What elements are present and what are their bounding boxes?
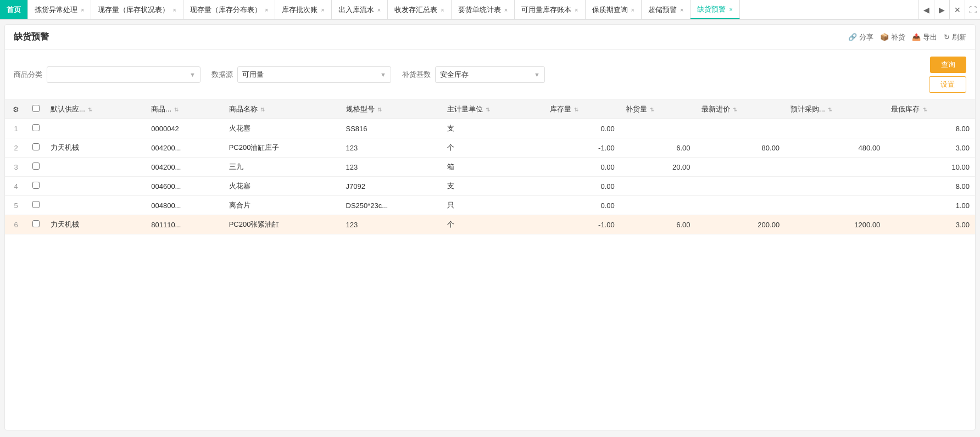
tab-9[interactable]: 保质期查询 × [586,0,642,19]
row-select-1[interactable] [32,143,40,150]
col-supplier[interactable]: 默认供应... ⇅ [45,100,146,119]
row-stock-1: -1.00 [544,138,620,158]
close-tab-1[interactable]: × [81,7,84,13]
row-replenish-1: 6.00 [620,138,696,158]
row-stock-5: -1.00 [544,215,620,234]
col-min-stock[interactable]: 最低库存 ⇅ [886,100,975,119]
datasource-select[interactable]: 可用量 ▼ [237,66,391,83]
close-tab-2[interactable]: × [172,7,176,13]
row-spec-0: SS816 [341,119,442,138]
row-latest-price-0 [696,119,786,138]
table-wrapper: ⚙ 默认供应... ⇅ 商品... ⇅ 商品名称 ⇅ [5,100,975,234]
tab-2[interactable]: 现存量（库存状况表） × [91,0,183,19]
row-replenish-3 [620,177,696,196]
export-button[interactable]: 📤 导出 [912,32,937,42]
col-stock[interactable]: 库存量 ⇅ [544,100,620,119]
row-code-2: 004200... [146,158,223,177]
close-tab-4[interactable]: × [321,7,324,13]
col-unit[interactable]: 主计量单位 ⇅ [442,100,544,119]
col-est-purchase[interactable]: 预计采购... ⇅ [785,100,886,119]
tab-1[interactable]: 拣货异常处理 × [28,0,91,19]
row-settings-4: 5 [5,196,27,215]
row-checkbox-1[interactable] [27,138,45,158]
col-latest-price[interactable]: 最新进价 ⇅ [696,100,786,119]
row-select-5[interactable] [32,220,40,227]
tab-active[interactable]: 缺货预警 × [691,0,739,19]
refresh-button[interactable]: ↻ 刷新 [944,32,966,42]
replenish-select[interactable]: 安全库存 ▼ [435,66,545,83]
row-stock-4: 0.00 [544,196,620,215]
datasource-select-wrapper: 可用量 ▼ [237,66,391,83]
spec-sort-icon: ⇅ [377,107,382,113]
stock-sort-icon: ⇅ [574,107,578,113]
row-unit-2: 箱 [442,158,544,177]
close-tab-7[interactable]: × [504,7,508,13]
close-tab-6[interactable]: × [441,7,444,13]
row-select-4[interactable] [32,201,40,208]
select-all-checkbox[interactable] [32,105,40,112]
tab-7[interactable]: 要货单统计表 × [452,0,515,19]
col-name[interactable]: 商品名称 ⇅ [224,100,341,119]
row-unit-0: 支 [442,119,544,138]
tab-4[interactable]: 库存批次账 × [275,0,331,19]
replenish-button[interactable]: 📦 补货 [880,32,905,42]
row-est-purchase-3 [785,177,886,196]
row-stock-0: 0.00 [544,119,620,138]
row-spec-2: 123 [341,158,442,177]
row-name-4: 离合片 [224,196,341,215]
tab-6[interactable]: 收发存汇总表 × [388,0,451,19]
row-select-3[interactable] [32,182,40,189]
col-spec[interactable]: 规格型号 ⇅ [341,100,442,119]
row-checkbox-4[interactable] [27,196,45,215]
tab-expand-button[interactable]: ⛶ [965,0,980,20]
row-spec-5: 123 [341,215,442,234]
row-checkbox-2[interactable] [27,158,45,177]
close-tab-3[interactable]: × [265,7,268,13]
row-stock-2: 0.00 [544,158,620,177]
row-latest-price-4 [696,196,786,215]
row-min-stock-1: 3.00 [886,138,975,158]
close-tab-11[interactable]: × [729,6,732,13]
row-checkbox-5[interactable] [27,215,45,234]
tab-8[interactable]: 可用量库存账本 × [515,0,585,19]
row-name-3: 火花塞 [224,177,341,196]
tab-10[interactable]: 超储预警 × [642,0,691,19]
row-checkbox-0[interactable] [27,119,45,138]
tab-home[interactable]: 首页 [0,0,28,19]
code-sort-icon: ⇅ [174,107,179,113]
query-button[interactable]: 查询 [930,57,966,73]
close-tab-5[interactable]: × [377,7,381,13]
row-checkbox-3[interactable] [27,177,45,196]
name-sort-icon: ⇅ [260,107,265,113]
tab-5[interactable]: 出入库流水 × [332,0,388,19]
replenish-label: 补货基数 [402,70,431,80]
close-tab-9[interactable]: × [631,7,634,13]
row-select-2[interactable] [32,163,40,170]
row-replenish-4 [620,196,696,215]
col-settings[interactable]: ⚙ [5,100,27,119]
row-settings-2: 3 [5,158,27,177]
row-unit-4: 只 [442,196,544,215]
category-dropdown-icon: ▼ [190,71,196,78]
main-content: 缺货预警 🔗 分享 📦 补货 📤 导出 ↻ 刷新 商品分类 [4,24,976,430]
tab-close-button[interactable]: ✕ [949,0,965,20]
replenish-filter-group: 补货基数 安全库存 ▼ [402,66,545,83]
row-settings-1: 2 [5,138,27,158]
col-code[interactable]: 商品... ⇅ [146,100,223,119]
tab-next-button[interactable]: ▶ [934,0,949,20]
close-tab-10[interactable]: × [680,7,683,13]
row-min-stock-2: 10.00 [886,158,975,177]
row-select-0[interactable] [32,124,40,131]
row-settings-5: 6 [5,215,27,234]
row-latest-price-5: 200.00 [696,215,786,234]
gear-icon[interactable]: ⚙ [13,105,19,114]
row-supplier-1: 力天机械 [45,138,146,158]
tab-3[interactable]: 现存量（库存分布表） × [183,0,275,19]
share-button[interactable]: 🔗 分享 [848,32,873,42]
category-select[interactable]: ▼ [47,66,201,83]
tab-prev-button[interactable]: ◀ [918,0,934,20]
close-tab-8[interactable]: × [575,7,578,13]
table-row: 6 力天机械 801110... PC200张紧油缸 123 个 -1.00 6… [5,215,975,234]
setting-button[interactable]: 设置 [929,76,966,93]
col-replenish[interactable]: 补货量 ⇅ [620,100,696,119]
